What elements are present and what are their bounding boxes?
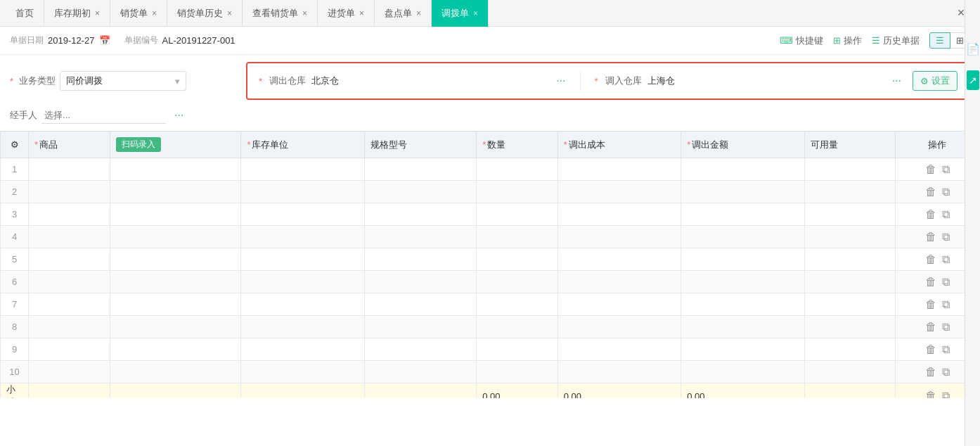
delete-icon[interactable]: 🗑	[925, 186, 936, 198]
cell-product[interactable]	[29, 383, 110, 399]
cell-spec[interactable]	[364, 203, 476, 226]
cell-amount[interactable]	[681, 316, 805, 338]
cell-unit[interactable]	[241, 383, 365, 399]
copy-icon[interactable]: ⧉	[942, 186, 950, 198]
cell-qty[interactable]	[477, 338, 558, 361]
delete-icon[interactable]: 🗑	[925, 298, 936, 311]
transfer-in-more-icon[interactable]: ···	[892, 75, 901, 87]
tab-close-inventory[interactable]: ×	[416, 8, 421, 18]
cell-product[interactable]	[29, 226, 110, 248]
cell-unit[interactable]	[241, 316, 365, 338]
cell-qty[interactable]	[477, 316, 558, 338]
cell-cost[interactable]	[557, 158, 681, 181]
copy-icon[interactable]: ⧉	[942, 321, 950, 333]
transfer-out-more-icon[interactable]: ···	[556, 75, 565, 87]
cell-cost[interactable]	[557, 338, 681, 361]
cell-product[interactable]	[29, 271, 110, 293]
cell-qty[interactable]	[477, 361, 558, 383]
copy-icon[interactable]: ⧉	[942, 208, 950, 221]
cell-unit[interactable]	[241, 293, 365, 316]
copy-icon[interactable]: ⧉	[942, 366, 950, 378]
delete-icon[interactable]: 🗑	[925, 366, 936, 378]
delete-icon[interactable]: 🗑	[925, 253, 936, 266]
cell-cost[interactable]	[557, 316, 681, 338]
tab-view-sales[interactable]: 查看销货单 ×	[243, 0, 318, 27]
cell-amount[interactable]	[681, 338, 805, 361]
tab-close-purchase[interactable]: ×	[359, 8, 364, 18]
cell-amount[interactable]	[681, 271, 805, 293]
business-type-select[interactable]: 同价调拨 ▾	[60, 71, 186, 91]
cell-amount[interactable]	[681, 181, 805, 203]
copy-icon[interactable]: ⧉	[942, 343, 950, 356]
sidebar-doc-icon[interactable]: 📄	[966, 42, 979, 56]
delete-icon[interactable]: 🗑	[925, 276, 936, 288]
cell-qty[interactable]	[477, 203, 558, 226]
tab-home[interactable]: 首页	[6, 0, 44, 27]
cell-unit[interactable]	[241, 338, 365, 361]
cell-spec[interactable]	[364, 158, 476, 181]
cell-cost[interactable]	[557, 181, 681, 203]
cell-unit[interactable]	[241, 203, 365, 226]
tab-inventory-init[interactable]: 库存期初 ×	[44, 0, 110, 27]
tab-close-inventory-init[interactable]: ×	[95, 8, 100, 18]
cell-amount[interactable]	[681, 203, 805, 226]
cell-spec[interactable]	[364, 338, 476, 361]
operations-button[interactable]: ⊞ 操作	[833, 34, 862, 47]
handler-input[interactable]	[41, 107, 166, 124]
cell-product[interactable]	[29, 158, 110, 181]
copy-icon[interactable]: ⧉	[942, 253, 950, 266]
cell-product[interactable]	[29, 338, 110, 361]
handler-more-icon[interactable]: ···	[174, 109, 183, 122]
list-view-button[interactable]: ☰	[929, 32, 950, 49]
cell-unit[interactable]	[241, 361, 365, 383]
cell-cost[interactable]	[557, 293, 681, 316]
cell-cost[interactable]: 0.00	[557, 383, 681, 399]
cell-product[interactable]	[29, 248, 110, 271]
tab-inventory[interactable]: 盘点单 ×	[375, 0, 432, 27]
cell-spec[interactable]	[364, 316, 476, 338]
copy-icon[interactable]: ⧉	[942, 231, 950, 243]
tab-sales[interactable]: 销货单 ×	[110, 0, 167, 27]
cell-qty[interactable]	[477, 181, 558, 203]
calendar-icon[interactable]: 📅	[99, 35, 110, 46]
tab-close-sales[interactable]: ×	[152, 8, 157, 18]
shortcuts-button[interactable]: ⌨ 快捷键	[780, 34, 823, 47]
delete-icon[interactable]: 🗑	[925, 231, 936, 243]
cell-spec[interactable]	[364, 361, 476, 383]
cell-cost[interactable]	[557, 271, 681, 293]
cell-product[interactable]	[29, 203, 110, 226]
cell-spec[interactable]	[364, 248, 476, 271]
cell-qty[interactable]	[477, 271, 558, 293]
table-settings-header[interactable]: ⚙	[1, 132, 29, 158]
cell-qty[interactable]: 0.00	[477, 383, 558, 399]
cell-amount[interactable]	[681, 248, 805, 271]
delete-icon[interactable]: 🗑	[925, 390, 936, 398]
copy-icon[interactable]: ⧉	[942, 163, 950, 176]
cell-cost[interactable]	[557, 226, 681, 248]
copy-icon[interactable]: ⧉	[942, 276, 950, 288]
cell-unit[interactable]	[241, 226, 365, 248]
cell-cost[interactable]	[557, 248, 681, 271]
cell-unit[interactable]	[241, 158, 365, 181]
cell-product[interactable]	[29, 293, 110, 316]
tab-close-sales-history[interactable]: ×	[227, 8, 232, 18]
cell-spec[interactable]	[364, 226, 476, 248]
cell-amount[interactable]	[681, 158, 805, 181]
cell-unit[interactable]	[241, 181, 365, 203]
cell-amount[interactable]: 0.00	[681, 383, 805, 399]
copy-icon[interactable]: ⧉	[942, 390, 950, 398]
cell-cost[interactable]	[557, 203, 681, 226]
tab-sales-history[interactable]: 销货单历史 ×	[167, 0, 243, 27]
cell-product[interactable]	[29, 361, 110, 383]
cell-spec[interactable]	[364, 271, 476, 293]
cell-amount[interactable]	[681, 361, 805, 383]
copy-icon[interactable]: ⧉	[942, 298, 950, 311]
th-scan[interactable]: 扫码录入	[110, 132, 241, 158]
cell-qty[interactable]	[477, 226, 558, 248]
cell-spec[interactable]	[364, 181, 476, 203]
tab-purchase[interactable]: 进货单 ×	[318, 0, 375, 27]
cell-qty[interactable]	[477, 248, 558, 271]
scan-button[interactable]: 扫码录入	[116, 137, 161, 152]
history-button[interactable]: ☰ 历史单据	[872, 34, 920, 47]
cell-amount[interactable]	[681, 226, 805, 248]
